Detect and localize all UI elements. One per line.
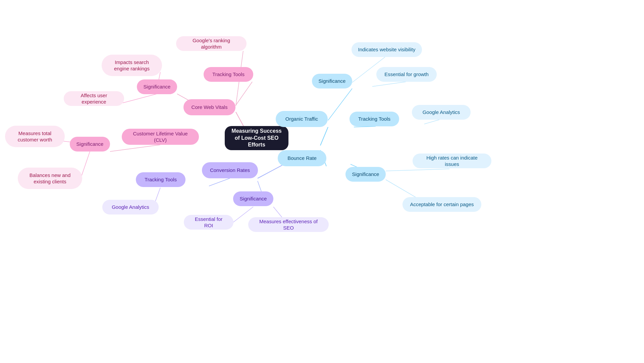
cr-significance-node: Significance [233, 191, 273, 206]
clv-significance-label: Significance [76, 141, 104, 147]
clv-label: Customer Lifetime Value (CLV) [128, 130, 193, 143]
clv-balances-label: Balances new and existing clients [24, 172, 76, 185]
br-significance-label: Significance [352, 171, 379, 178]
svg-line-13 [354, 126, 376, 127]
svg-line-8 [236, 82, 252, 105]
clv-significance-node: Significance [70, 137, 110, 152]
svg-line-14 [424, 120, 439, 124]
core-web-vitals-node: Core Web Vitals [183, 99, 235, 115]
organic-traffic-node: Organic Traffic [276, 111, 328, 127]
cr-tracking-label: Tracking Tools [145, 176, 177, 183]
svg-line-12 [372, 82, 406, 86]
cwv-affects-label: Affects user experience [70, 92, 118, 105]
br-acceptable-label: Acceptable for certain pages [410, 201, 474, 208]
core-web-vitals-label: Core Web Vitals [192, 104, 228, 111]
ot-tracking-label: Tracking Tools [358, 116, 390, 122]
cwv-google-node: Google's ranking algorithm [176, 36, 247, 51]
ot-indicates-node: Indicates website visibility [352, 42, 422, 57]
ot-essential-node: Essential for growth [376, 67, 437, 82]
ot-significance-node: Significance [312, 74, 352, 88]
ot-google-analytics-node: Google Analytics [412, 105, 471, 120]
br-high-label: High rates can indicate issues [419, 155, 485, 168]
ot-google-analytics-label: Google Analytics [423, 109, 460, 116]
svg-line-25 [82, 152, 90, 176]
cr-measures-node: Measures effectiveness of SEO [248, 217, 329, 232]
svg-line-10 [328, 88, 352, 120]
clv-node: Customer Lifetime Value (CLV) [122, 129, 199, 145]
cwv-impacts-node: Impacts search engine rankings [102, 55, 162, 76]
organic-traffic-label: Organic Traffic [285, 116, 318, 122]
cwv-tracking-label: Tracking Tools [212, 71, 245, 78]
svg-line-7 [123, 94, 157, 103]
conversion-rates-label: Conversion Rates [210, 167, 250, 174]
clv-measures-node: Measures total customer worth [5, 126, 65, 147]
clv-balances-node: Balances new and existing clients [18, 168, 82, 189]
br-acceptable-node: Acceptable for certain pages [402, 197, 481, 212]
br-high-node: High rates can indicate issues [413, 154, 491, 168]
cwv-affects-node: Affects user experience [64, 91, 124, 106]
cwv-tracking-node: Tracking Tools [204, 67, 253, 82]
ot-indicates-label: Indicates website visibility [358, 46, 416, 53]
cr-google-analytics-label: Google Analytics [112, 204, 149, 210]
cwv-google-label: Google's ranking algorithm [182, 37, 240, 50]
br-significance-node: Significance [345, 167, 386, 182]
cr-tracking-node: Tracking Tools [136, 172, 185, 187]
cr-google-analytics-node: Google Analytics [102, 200, 159, 215]
svg-line-16 [386, 169, 449, 171]
cr-essential-label: Essential for ROI [190, 216, 227, 229]
svg-line-1 [320, 127, 328, 145]
bounce-rate-label: Bounce Rate [287, 155, 317, 162]
cr-measures-label: Measures effectiveness of SEO [254, 218, 323, 231]
ot-essential-label: Essential for growth [384, 71, 429, 78]
conversion-rates-node: Conversion Rates [202, 162, 258, 178]
ot-tracking-node: Tracking Tools [350, 112, 399, 126]
cwv-significance-node: Significance [137, 79, 177, 94]
center-node: Measuring Success of Low-Cost SEO Effort… [225, 126, 288, 150]
clv-measures-label: Measures total customer worth [11, 130, 59, 143]
svg-line-23 [110, 145, 160, 152]
bounce-rate-node: Bounce Rate [278, 150, 326, 166]
cr-essential-node: Essential for ROI [184, 215, 233, 230]
cwv-impacts-label: Impacts search engine rankings [108, 59, 156, 72]
center-label: Measuring Success of Low-Cost SEO Effort… [231, 128, 282, 148]
cwv-significance-label: Significance [144, 83, 171, 90]
ot-significance-label: Significance [319, 78, 346, 84]
svg-line-21 [209, 178, 230, 186]
cr-significance-label: Significance [240, 195, 267, 202]
